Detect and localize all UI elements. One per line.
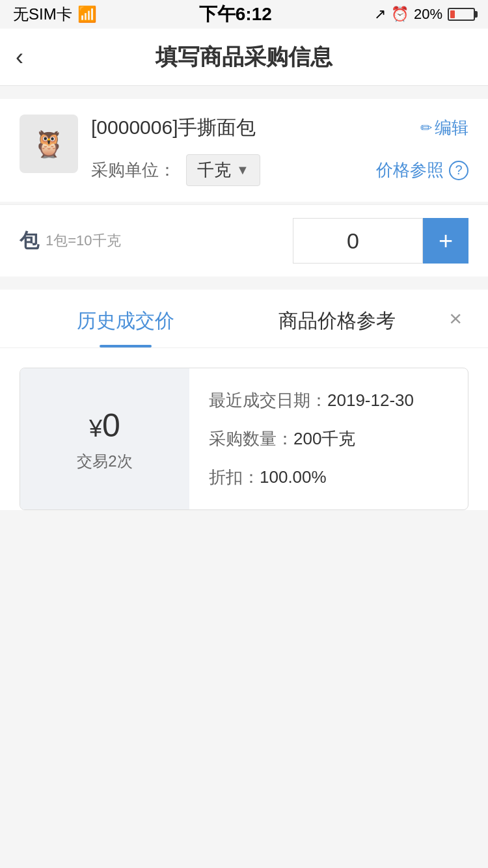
currency-symbol: ¥ [89,415,102,442]
unit-dropdown[interactable]: 千克 ▼ [186,154,260,186]
discount-label: 折扣： [209,467,260,487]
carrier-text: 无SIM卡 [13,4,72,25]
date-label: 最近成交日期： [209,390,327,410]
trade-price-display: ¥0 [89,407,120,444]
trade-date-row: 最近成交日期：2019-12-30 [209,388,448,413]
tab-price-reference[interactable]: 商品价格参考 [231,290,442,347]
page-title: 填写商品采购信息 [156,42,332,72]
price-ref-help-icon: ? [449,161,468,180]
battery-percent: 20% [414,6,442,23]
location-icon: ↗ [374,6,386,23]
qty-value: 200千克 [293,429,355,448]
product-id: [0000006] [91,116,178,138]
product-card: 🦉 [0000006]手撕面包 ✏ 编辑 采购单位： 千克 ▼ 价格参照 [0,99,488,202]
tab-close-button[interactable]: × [442,293,468,344]
trade-price-panel: ¥0 交易2次 [20,368,189,509]
product-image-icon: 🦉 [33,129,65,159]
nav-bar: ‹ 填写商品采购信息 [0,29,488,86]
tab-history-price[interactable]: 历史成交价 [20,290,231,347]
trade-detail-panel: 最近成交日期：2019-12-30 采购数量：200千克 折扣：100.00% [189,368,468,509]
tab-header: 历史成交价 商品价格参考 × [0,290,488,348]
quantity-input-group: + [293,218,468,264]
discount-value: 100.00% [260,467,327,487]
qty-label: 采购数量： [209,429,293,448]
dropdown-arrow-icon: ▼ [236,163,249,178]
quantity-input[interactable] [293,218,423,264]
price-ref-label: 价格参照 [376,159,444,182]
date-value: 2019-12-30 [327,390,414,410]
quantity-plus-button[interactable]: + [423,218,468,264]
product-thumbnail: 🦉 [20,115,78,173]
product-name-row: [0000006]手撕面包 ✏ 编辑 [91,115,468,141]
trade-price-value: 0 [102,407,120,444]
status-right: ↗ ⏰ 20% [374,6,475,23]
battery-icon [448,8,475,21]
quantity-unit: 包 [20,228,39,254]
status-left: 无SIM卡 📶 [13,4,97,25]
bottom-area [0,530,488,868]
trade-count: 交易2次 [77,451,132,472]
wifi-icon: 📶 [77,5,97,23]
tab-underline [100,345,152,347]
product-name: [0000006]手撕面包 [91,115,256,141]
status-time: 下午6:12 [199,2,272,27]
tab-panel: 历史成交价 商品价格参考 × ¥0 交易2次 最近成交日期：2019-12-30… [0,290,488,510]
status-bar: 无SIM卡 📶 下午6:12 ↗ ⏰ 20% [0,0,488,29]
alarm-icon: ⏰ [391,6,409,23]
quantity-conversion: 1包=10千克 [46,231,121,251]
quantity-row: 包 1包=10千克 + [0,204,488,277]
unit-label: 采购单位： [91,159,176,182]
trade-card: ¥0 交易2次 最近成交日期：2019-12-30 采购数量：200千克 折扣：… [20,368,468,510]
product-title: 手撕面包 [178,116,256,138]
edit-icon: ✏ [420,120,432,137]
purchase-unit-row: 采购单位： 千克 ▼ 价格参照 ? [91,154,468,186]
unit-value: 千克 [197,159,231,182]
edit-button[interactable]: ✏ 编辑 [420,116,468,139]
tab2-label: 商品价格参考 [278,310,396,331]
tab1-label: 历史成交价 [77,310,174,331]
product-header: 🦉 [0000006]手撕面包 ✏ 编辑 采购单位： 千克 ▼ 价格参照 [20,115,468,186]
price-reference-button[interactable]: 价格参照 ? [376,159,468,182]
edit-label: 编辑 [435,116,468,139]
back-button[interactable]: ‹ [16,44,23,71]
trade-qty-row: 采购数量：200千克 [209,426,448,452]
trade-discount-row: 折扣：100.00% [209,465,448,490]
help-text: ? [455,163,462,178]
product-info: [0000006]手撕面包 ✏ 编辑 采购单位： 千克 ▼ 价格参照 ? [91,115,468,186]
